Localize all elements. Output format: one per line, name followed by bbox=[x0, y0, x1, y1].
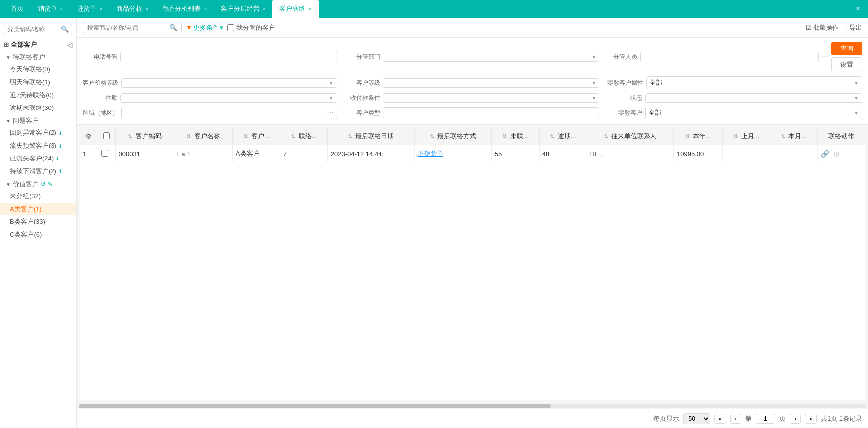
more-actions-icon[interactable]: ⊞ bbox=[833, 150, 839, 158]
sidebar-item-repurchase-anomaly[interactable]: 回购异常客户(2) ℹ bbox=[0, 126, 76, 139]
my-customers-checkbox[interactable] bbox=[227, 24, 234, 31]
sidebar-item-overdue[interactable]: 逾期未联络(30) bbox=[0, 102, 76, 114]
refresh-icon[interactable]: ↺ bbox=[41, 181, 46, 188]
nav-sales[interactable]: 销货单 × bbox=[31, 0, 70, 18]
close-icon[interactable]: × bbox=[263, 6, 266, 12]
close-icon[interactable]: × bbox=[99, 6, 102, 12]
sidebar-item-churn-warning[interactable]: 流失预警客户(3) ℹ bbox=[0, 139, 76, 152]
filter-customer-level: 客户等级 ▼ bbox=[345, 76, 600, 89]
close-icon[interactable]: × bbox=[145, 6, 148, 12]
contact-link-icon[interactable]: 🔗 bbox=[821, 150, 829, 158]
filter-search-box[interactable]: 🔍 bbox=[83, 22, 182, 33]
sidebar-item-class-b[interactable]: B类客户(33) bbox=[0, 215, 76, 228]
status-label: 状态 bbox=[607, 94, 642, 102]
customer-type-label: 客户类型 bbox=[345, 109, 380, 117]
region-input[interactable]: ··· bbox=[121, 107, 337, 119]
close-icon[interactable]: × bbox=[204, 6, 207, 12]
edit-icon[interactable]: ✎ bbox=[48, 181, 53, 188]
cell-this-month bbox=[770, 145, 817, 162]
payment-select[interactable]: ▼ bbox=[383, 93, 600, 103]
collapse-icon[interactable]: ◁ bbox=[67, 41, 72, 49]
select-all-checkbox[interactable] bbox=[103, 132, 110, 139]
settings-button[interactable]: 设置 bbox=[831, 57, 862, 72]
last-page-button[interactable]: » bbox=[805, 414, 817, 424]
sidebar-search-input[interactable] bbox=[7, 26, 61, 33]
total-records: 共1页 1条记录 bbox=[821, 414, 862, 423]
column-header-contact-count: ⇅ 联络... bbox=[280, 128, 327, 145]
nav-purchase[interactable]: 进货单 × bbox=[70, 0, 109, 18]
sidebar-group-problem[interactable]: ▼ 问题客户 bbox=[0, 114, 76, 126]
export-button[interactable]: ↑ 导出 bbox=[845, 23, 863, 32]
close-icon[interactable]: × bbox=[60, 6, 63, 12]
retail-customer-select[interactable]: 全部 ▼ bbox=[645, 107, 862, 119]
export-icon: ↑ bbox=[845, 24, 848, 31]
phone-field[interactable] bbox=[124, 54, 334, 60]
grid-icon: ⊞ bbox=[4, 41, 9, 48]
sidebar-item-7days[interactable]: 近7天待联络(0) bbox=[0, 89, 76, 102]
sidebar-group-pending[interactable]: ▼ 待联络客户 bbox=[0, 51, 76, 63]
nav-product-analysis[interactable]: 商品分析 × bbox=[109, 0, 155, 18]
prev-page-button[interactable]: ‹ bbox=[730, 414, 741, 424]
filter-icon: ▼ bbox=[186, 24, 192, 31]
page-input[interactable] bbox=[756, 414, 775, 424]
per-page-select[interactable]: 50 100 200 bbox=[683, 413, 710, 424]
info-icon: ℹ bbox=[59, 130, 61, 136]
scrollbar-thumb[interactable] bbox=[79, 404, 551, 408]
customer-type-input[interactable] bbox=[383, 107, 600, 118]
cell-last-date: 2023-04-12 14:44: bbox=[327, 145, 414, 162]
phone-input[interactable] bbox=[120, 52, 337, 62]
next-page-button[interactable]: › bbox=[790, 414, 801, 424]
pagination: 每页显示 50 100 200 « ‹ 第 页 › » 共1页 1条记录 bbox=[77, 409, 868, 428]
sidebar-group-value[interactable]: ▼ 价值客户 ↺ ✎ bbox=[0, 178, 76, 190]
info-icon: ℹ bbox=[59, 168, 61, 174]
more-filters-button[interactable]: ▼ 更多条件 ▾ bbox=[186, 23, 223, 32]
nav-customer-tier[interactable]: 客户分层经营 × bbox=[214, 0, 272, 18]
name-suffix: ? bbox=[187, 151, 190, 157]
nature-select[interactable]: ▼ bbox=[120, 93, 337, 103]
batch-operation-button[interactable]: ☑ 批量操作 bbox=[806, 23, 839, 32]
sidebar-item-class-a[interactable]: A类客户(1) bbox=[0, 203, 76, 215]
filter-retail-customer: 零散客户 全部 ▼ bbox=[607, 107, 862, 119]
region-field[interactable] bbox=[125, 109, 327, 116]
row-checkbox[interactable] bbox=[101, 150, 108, 157]
nav-home[interactable]: 首页 bbox=[4, 0, 31, 18]
close-all-button[interactable]: × bbox=[852, 4, 864, 13]
customer-level-select[interactable]: ▼ bbox=[383, 78, 600, 88]
my-customers-filter[interactable]: 我分管的客户 bbox=[227, 23, 275, 32]
sidebar-item-churned[interactable]: 已流失客户(24) ℹ bbox=[0, 152, 76, 165]
column-header-overdue: ⇅ 逾期... bbox=[539, 128, 587, 145]
sidebar-item-tomorrow[interactable]: 明天待联络(1) bbox=[0, 76, 76, 89]
customer-type-field[interactable] bbox=[386, 109, 597, 116]
retail-attr-label: 零散客户属性 bbox=[607, 79, 643, 87]
contact-method-link[interactable]: 下销货单 bbox=[418, 150, 443, 157]
sort-icon: ⇅ bbox=[604, 133, 608, 139]
search-input[interactable] bbox=[87, 24, 169, 31]
gear-icon[interactable]: ⚙ bbox=[85, 132, 92, 140]
sidebar-item-today[interactable]: 今天待联络(0) bbox=[0, 63, 76, 76]
nav-customer-contact[interactable]: 客户联络 × bbox=[272, 0, 318, 18]
status-select[interactable]: ▼ bbox=[645, 93, 862, 103]
sidebar-item-ungrouped[interactable]: 未分组(32) bbox=[0, 190, 76, 203]
sidebar-all-customers[interactable]: ⊞ 全部客户 ◁ bbox=[0, 38, 76, 51]
more-icon[interactable]: ··· bbox=[822, 53, 828, 61]
sidebar-search-box[interactable]: 🔍 bbox=[4, 24, 72, 34]
batch-icon: ☑ bbox=[806, 24, 812, 31]
phone-label: 电话号码 bbox=[83, 53, 117, 61]
triangle-icon: ▼ bbox=[6, 182, 11, 187]
query-button[interactable]: 查询 bbox=[831, 42, 862, 55]
close-icon[interactable]: × bbox=[308, 6, 311, 12]
filter-bar: 🔍 ▼ 更多条件 ▾ 我分管的客户 ☑ 批量操作 ↑ 导出 bbox=[77, 18, 868, 38]
sidebar-item-class-c[interactable]: C类客户(6) bbox=[0, 228, 76, 241]
retail-attr-select[interactable]: 全部 ▼ bbox=[646, 76, 862, 89]
price-level-select[interactable]: ▼ bbox=[121, 78, 337, 88]
nav-product-list[interactable]: 商品分析列表 × bbox=[155, 0, 214, 18]
dept-select[interactable]: ▼ bbox=[383, 53, 600, 62]
manager-input[interactable] bbox=[640, 52, 818, 62]
sidebar-item-declining[interactable]: 持续下滑客户(2) ℹ bbox=[0, 165, 76, 178]
first-page-button[interactable]: « bbox=[714, 414, 727, 424]
manager-field[interactable] bbox=[644, 54, 815, 60]
more-icon[interactable]: ··· bbox=[327, 108, 333, 117]
horizontal-scrollbar[interactable] bbox=[77, 403, 868, 409]
sort-icon: ⇅ bbox=[291, 133, 295, 139]
table-row: 1 000031 Ea ? A类客户 bbox=[80, 145, 865, 162]
